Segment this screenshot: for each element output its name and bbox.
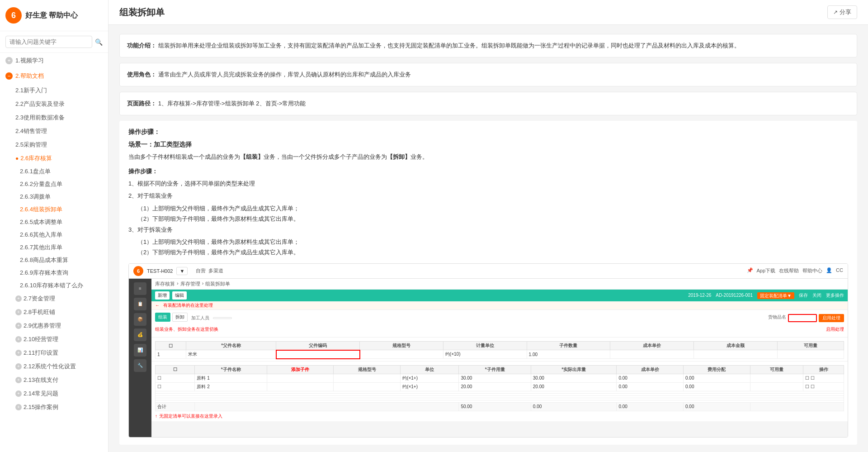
search-icon[interactable]: 🔍	[95, 38, 103, 46]
sidebar-item-cases[interactable]: + 2.15操作案例	[0, 400, 108, 414]
lr-2-op: ☐ ☐	[803, 382, 844, 391]
search-input[interactable]	[5, 36, 92, 48]
mock-sidebar-icon-2: 📋	[134, 298, 146, 310]
mock-nav-ziying: 自营	[196, 267, 206, 274]
path-label: 页面路径：	[127, 100, 156, 107]
sidebar-item-purchase[interactable]: 2.5采购管理	[0, 138, 108, 152]
lr-2-avail	[750, 382, 803, 391]
share-button[interactable]: ↗ 分享	[827, 5, 857, 19]
sidebar-item-cost[interactable]: 2.6.5成本调整单	[0, 216, 108, 228]
sidebar-item-coupon[interactable]: + 2.9优惠券管理	[0, 319, 108, 333]
sidebar-item-mobile[interactable]: + 2.8手机旺铺	[0, 305, 108, 319]
sidebar-item-check[interactable]: 2.6.9库存账本查询	[0, 266, 108, 279]
sidebar-item-install[interactable]: 2.2产品安装及登录	[0, 97, 108, 111]
col-price: 成本单价	[610, 341, 694, 350]
sidebar-item-docs-label: 2.帮助文档	[15, 72, 44, 80]
mock-btn-disassembly-type: 拆卸	[172, 313, 188, 322]
sidebar-item-docs[interactable]: − 2.帮助文档	[0, 68, 108, 84]
sidebar-item-payment[interactable]: + 2.13在线支付	[0, 373, 108, 387]
mock-icon-user: 👤	[826, 267, 832, 274]
mock-type-row: 组装 拆卸 加工人员 货物品名 启用处理	[155, 313, 844, 324]
lr-2-cost: 0.00	[617, 382, 684, 391]
mock-app-header: 6 TEST-H002 ▼ 自营 多渠道 📌 App下载 在线帮助 帮助中心	[129, 264, 848, 279]
low-col-amount: 费用分配	[684, 365, 750, 374]
mock-field-input2	[788, 314, 817, 322]
sidebar-item-data[interactable]: 2.3使用前数据准备	[0, 111, 108, 124]
sidebar-item-custom[interactable]: + 2.12系统个性化设置	[0, 360, 108, 373]
annotation-text2: 组装业务、拆卸业务在这里切换	[155, 326, 218, 333]
lr-1-name: 原料 1	[195, 374, 267, 382]
step2-sub1: （1）上部明细为父件明细，最终作为产成品生成其它入库单；	[128, 203, 848, 214]
lr-2-spec	[334, 382, 401, 391]
sidebar-item-other-out[interactable]: 2.6.7其他出库单	[0, 241, 108, 254]
mock-code-label: AD-20191226-001	[716, 293, 753, 298]
sidebar-item-faq[interactable]: + 2.14常见问题	[0, 387, 108, 400]
sidebar-item-error[interactable]: 2.6.10库存账本错了么办	[0, 279, 108, 292]
mock-selector: ▼	[176, 267, 188, 275]
sidebar: 6 好生意 帮助中心 🔍 + 1.视频学习 − 2.帮助文档 2.1新手入门 2…	[0, 0, 108, 452]
sidebar-item-print[interactable]: + 2.11打印设置	[0, 346, 108, 360]
lr-2-actual: 20.00	[531, 382, 617, 391]
mock-sidebar-mini: ≡ 📋 📦 💰 📊 🔧	[129, 279, 151, 437]
role-block: 使用角色： 通常由生产人员或库管人员完成拆装业务的操作，库管人员确认原材料的出库…	[119, 63, 857, 86]
mock-form-field-input1	[213, 317, 232, 319]
feature-intro-block: 功能介绍： 组装拆卸单用来处理企业组装或拆卸等加工业务，支持有固定装配清单的产品…	[119, 34, 857, 57]
mock-upper-table: ☐ *父件名称 父件编码 规格型号 计量单位 子件数量 成本单价 成本金额	[155, 341, 844, 359]
lr-2-need: 20.00	[459, 382, 531, 391]
mock-breadcrumb: 库存核算 › 库存管理 › 组装拆卸单	[151, 279, 848, 290]
mock-annotation-row2: 组装业务、拆卸业务在这里切换 启用处理	[155, 326, 844, 333]
sidebar-item-split[interactable]: 2.6.2分量盘点单	[0, 178, 108, 190]
sidebar-item-inventory-label: 2.6库存核算	[20, 154, 52, 162]
sidebar-item-adjust[interactable]: 2.6.3调拨单	[0, 190, 108, 203]
lr-1-spec	[334, 374, 401, 382]
cell-1-sub-qty: 1.00	[527, 350, 610, 359]
lr-1-code	[267, 374, 334, 382]
app-logo: 6	[5, 7, 22, 24]
mock-field-label2: 货物品名	[768, 314, 786, 322]
annotation-text4: 无固定清单可以直接在这里录入	[159, 413, 222, 419]
share-icon: ↗	[833, 9, 838, 15]
sidebar-item-sales[interactable]: 2.4销售管理	[0, 124, 108, 138]
sidebar-item-video[interactable]: + 1.视频学习	[0, 53, 108, 68]
nav-section: + 1.视频学习 − 2.帮助文档 2.1新手入门 2.2产品安装及登录 2.3…	[0, 53, 108, 414]
sidebar-item-newbie[interactable]: 2.1新手入门	[0, 84, 108, 97]
lr-1-qty: 约(×1+)	[401, 374, 459, 382]
low-col-need: *子件用量	[459, 365, 531, 374]
mock-close-btn: 关闭	[812, 292, 821, 299]
cell-1-name: 米米	[186, 350, 276, 359]
annotation-arrow1: ←	[155, 303, 160, 308]
logo-area: 6 好生意 帮助中心	[0, 0, 108, 31]
lr-1-need: 30.00	[459, 374, 531, 382]
annotation-text1: 有装配清单的在这里处理	[163, 302, 213, 309]
screenshot-inner: 6 TEST-H002 ▼ 自营 多渠道 📌 App下载 在线帮助 帮助中心	[129, 264, 848, 437]
footer-qty: 50.00	[459, 402, 531, 411]
cell-1-spec	[360, 350, 443, 359]
col-product-name: 父件编码	[276, 341, 360, 350]
sidebar-item-stocktake[interactable]: 2.6.1盘点单	[0, 165, 108, 178]
sidebar-item-finance[interactable]: + 2.7资金管理	[0, 292, 108, 305]
mock-lower-row-1: ☐ 原料 1 约(×1+) 30.00 30.00 0.00	[156, 374, 844, 382]
annotation-arrow4: ↑	[155, 414, 157, 419]
sidebar-item-operation[interactable]: + 2.10经营管理	[0, 333, 108, 346]
mock-company: TEST-H002	[147, 268, 173, 274]
mock-btn-new: 新增	[155, 291, 170, 300]
step2: 2、对于组装业务	[128, 190, 848, 201]
mock-upper-table-area: ☐ *父件名称 父件编码 规格型号 计量单位 子件数量 成本单价 成本金额	[151, 338, 848, 362]
mock-body: ≡ 📋 📦 💰 📊 🔧 库存核算 ›	[129, 279, 848, 437]
scenario1-desc: 当由多个子件材料组装成一个成品的业务为【组装】业务，当由一个父件拆分成多个子产品…	[128, 152, 848, 162]
col-available: 可用量	[777, 341, 844, 350]
steps-label: 操作步骤：	[128, 128, 848, 136]
lr-2-code	[267, 382, 334, 391]
sidebar-item-cost-calc[interactable]: 2.6.8商品成本重算	[0, 254, 108, 266]
lr-1-amount: 0.00	[684, 374, 750, 382]
sidebar-item-other-in[interactable]: 2.6.6其他入库单	[0, 228, 108, 241]
sidebar-item-assembly[interactable]: 2.6.4组装拆卸单	[0, 203, 108, 216]
mock-lower-row-2: ☐ 原料 2 约(×1+) 20.00 20.00 0.00	[156, 382, 844, 391]
footer-actual: 0.00	[531, 402, 617, 411]
low-col-qty: 单位	[401, 365, 459, 374]
feature-intro-text: 组装拆卸单用来处理企业组装或拆卸等加工业务，支持有固定装配清单的产品加工业务，也…	[158, 42, 740, 49]
mock-breadcrumb-3: 组装拆卸单	[205, 281, 230, 287]
sidebar-item-inventory[interactable]: ● 2.6库存核算	[0, 152, 108, 165]
mock-more-btn: 更多操作	[826, 292, 844, 299]
mock-icon-apps: App下载	[757, 267, 776, 274]
